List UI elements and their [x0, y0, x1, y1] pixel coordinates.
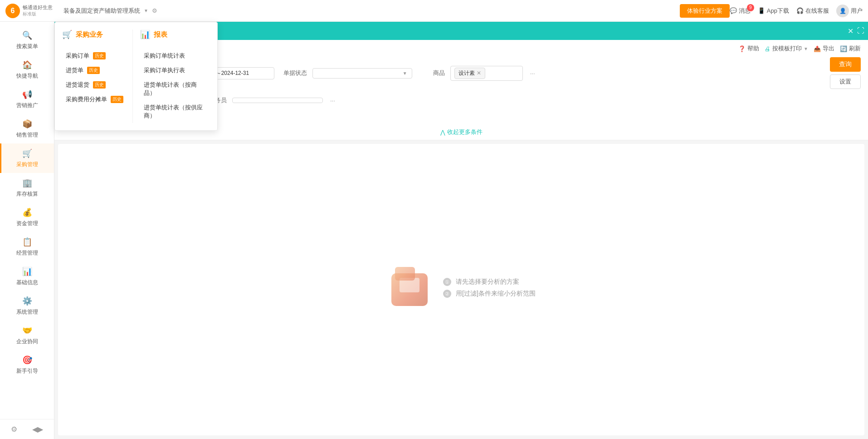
tab-bar-right: ✕ ⛶: [848, 27, 864, 35]
dropdown-receipt[interactable]: 进货单 历史: [62, 63, 132, 78]
finance-icon: 💰: [22, 207, 33, 218]
po-stats-label: 采购订单统计表: [144, 52, 185, 60]
tab-bar-close-icon[interactable]: ✕: [848, 27, 853, 35]
message-icon: 💬: [730, 7, 737, 14]
sidebar-item-marketing[interactable]: 📢 营销推广: [0, 84, 54, 114]
sidebar-item-inventory[interactable]: 🏢 库存核算: [0, 173, 54, 202]
doc-status-arrow-icon: ▼: [403, 71, 407, 76]
return-label: 进货退货: [66, 81, 89, 89]
hint-num-2: ②: [443, 290, 451, 298]
receipt-label: 进货单: [66, 66, 83, 74]
app-download-btn[interactable]: 📱 App下载: [758, 7, 789, 15]
refresh-icon: 🔄: [840, 45, 847, 52]
print-label: 按模板打印: [772, 44, 802, 53]
export-icon: 📤: [814, 45, 821, 52]
management-icon: 📋: [22, 237, 33, 247]
tab-bar-expand-icon[interactable]: ⛶: [857, 27, 864, 35]
export-btn[interactable]: 📤 导出: [814, 44, 834, 53]
help-label: 帮助: [747, 44, 759, 53]
sidebar-item-search[interactable]: 🔍 搜索菜单: [0, 25, 54, 55]
marketing-icon: 📢: [22, 89, 33, 100]
sidebar-item-basic-info[interactable]: 📊 基础信息: [0, 261, 54, 291]
purchase-order-history-badge: 历史: [93, 52, 106, 59]
receipt-stats-goods-label: 进货单统计表（按商品）: [144, 81, 207, 97]
expense-history-badge: 历史: [111, 96, 123, 103]
topbar-settings-icon[interactable]: ⚙: [152, 7, 157, 14]
sidebar-item-collab[interactable]: 🤝 企业协同: [0, 321, 54, 350]
purchase-order-label: 采购订单: [66, 52, 89, 60]
sidebar-label-sales: 销售管理: [16, 131, 38, 139]
sidebar-label-inventory: 库存核算: [16, 190, 38, 198]
industry-btn[interactable]: 体验行业方案: [680, 4, 730, 18]
sidebar-item-system[interactable]: ⚙️ 系统管理: [0, 291, 54, 321]
phone-icon: 📱: [758, 7, 765, 14]
query-settings-area: 查询 设置: [830, 57, 861, 89]
salesperson-input[interactable]: [232, 98, 323, 103]
sidebar-collapse-btn[interactable]: ◀▶: [32, 425, 43, 434]
dropdown-purchase-order[interactable]: 采购订单 历史: [62, 49, 132, 63]
message-btn[interactable]: 💬 消息 9: [730, 7, 751, 15]
dropdown-po-stats[interactable]: 采购订单统计表: [140, 49, 210, 63]
dropdown-receipt-stats-goods[interactable]: 进货单统计表（按商品）: [140, 78, 210, 100]
sidebar-item-guide[interactable]: 🎯 新手引导: [0, 350, 54, 380]
dropdown-receipt-stats-supplier[interactable]: 进货单统计表（按供应商）: [140, 100, 210, 123]
refresh-label: 刷新: [849, 44, 861, 53]
empty-hints: ① 请先选择要分析的方案 ② 用[过滤]条件来缩小分析范围: [443, 278, 536, 301]
sidebar-item-purchase[interactable]: 🛒 采购管理: [0, 143, 54, 173]
receipt-stats-supplier-label: 进货单统计表（按供应商）: [144, 104, 207, 120]
goods-input-area[interactable]: 设计素 ✕: [450, 66, 523, 81]
dropdown-expense[interactable]: 采购费用分摊单 历史: [62, 92, 132, 107]
goods-tag: 设计素 ✕: [454, 68, 485, 79]
home-icon: 🏠: [22, 59, 33, 70]
print-btn[interactable]: 🖨 按模板打印 ▼: [765, 44, 808, 53]
collapse-up-icon: ⋀: [440, 129, 445, 136]
basic-info-icon: 📊: [22, 266, 33, 277]
refresh-btn[interactable]: 🔄 刷新: [840, 44, 861, 53]
sidebar-label-search: 搜索菜单: [16, 43, 38, 50]
logo-icon: 6: [5, 4, 20, 18]
purchase-col-title-text: 采购业务: [76, 30, 103, 39]
hint-num-1: ①: [443, 278, 451, 286]
sidebar-label-purchase: 采购管理: [16, 161, 38, 168]
logo-text-block: 畅通道好生意 标准版: [23, 4, 53, 17]
date-range-input[interactable]: ～2024-12-31: [211, 67, 274, 79]
purchase-dropdown-menu: 🛒 采购业务 采购订单 历史 进货单 历史 进货退货 历史 采购费用分摊单 历史…: [54, 22, 218, 131]
topbar: 6 畅通道好生意 标准版 装备及固定资产辅助管理系统 ▼ ⚙ 体验行业方案 💬 …: [0, 0, 868, 22]
sidebar-item-nav[interactable]: 🏠 快捷导航: [0, 55, 54, 84]
app-download-label: App下载: [767, 7, 789, 15]
sidebar-label-nav: 快捷导航: [16, 72, 38, 80]
settings-btn[interactable]: 设置: [830, 74, 861, 89]
purchase-icon: 🛒: [22, 148, 33, 159]
sidebar-item-management[interactable]: 📋 经营管理: [0, 232, 54, 261]
empty-state: ① 请先选择要分析的方案 ② 用[过滤]条件来缩小分析范围: [58, 144, 864, 435]
sidebar-label-basic-info: 基础信息: [16, 279, 38, 286]
dropdown-po-execution[interactable]: 采购订单执行表: [140, 63, 210, 78]
report-col-icon: 📊: [140, 30, 150, 39]
title-arrow-icon[interactable]: ▼: [144, 8, 148, 13]
headset-icon: 🎧: [796, 7, 804, 14]
sidebar: 🔍 搜索菜单 🏠 快捷导航 📢 营销推广 📦 销售管理 🛒 采购管理 🏢 库存核…: [0, 22, 54, 439]
salesperson-dots[interactable]: ···: [330, 97, 335, 104]
query-btn[interactable]: 查询: [830, 57, 861, 72]
goods-dots[interactable]: ···: [530, 70, 535, 77]
online-service-btn[interactable]: 🎧 在线客服: [796, 7, 829, 15]
return-history-badge: 历史: [93, 81, 106, 89]
online-service-label: 在线客服: [805, 7, 829, 15]
dropdown-return[interactable]: 进货退货 历史: [62, 78, 132, 92]
doc-status-select[interactable]: ▼: [312, 68, 412, 79]
sidebar-label-finance: 资金管理: [16, 220, 38, 227]
print-arrow-icon[interactable]: ▼: [804, 46, 808, 51]
sidebar-item-finance[interactable]: 💰 资金管理: [0, 202, 54, 232]
robot-head: [395, 267, 415, 281]
message-badge: 9: [747, 4, 754, 11]
sidebar-item-sales[interactable]: 📦 销售管理: [0, 114, 54, 143]
report-col-title-text: 报表: [154, 30, 167, 39]
avatar: 👤: [836, 5, 849, 17]
report-col: 📊 报表 采购订单统计表 采购订单执行表 进货单统计表（按商品） 进货单统计表（…: [132, 30, 210, 123]
help-btn[interactable]: ❓ 帮助: [738, 44, 759, 53]
goods-tag-close-icon[interactable]: ✕: [477, 70, 481, 76]
help-icon: ❓: [738, 45, 746, 52]
sidebar-settings-btn[interactable]: ⚙: [11, 425, 17, 434]
system-title: 装备及固定资产辅助管理系统: [63, 7, 140, 15]
user-btn[interactable]: 👤 用户: [836, 5, 863, 17]
